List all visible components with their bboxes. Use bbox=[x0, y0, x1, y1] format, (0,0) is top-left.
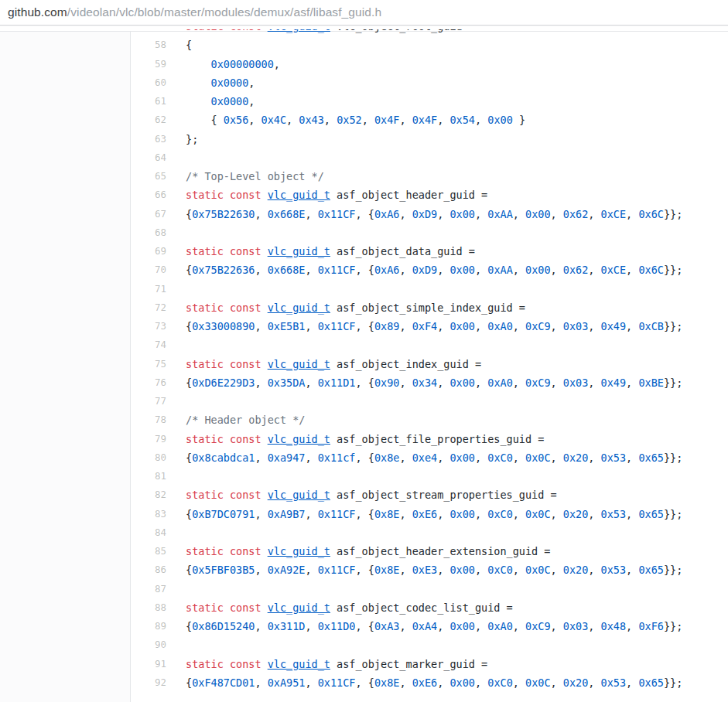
keyword-static-const: static const bbox=[186, 658, 261, 670]
line-number[interactable]: 63 bbox=[0, 130, 166, 148]
hex-literal: 0xD9 bbox=[412, 208, 438, 220]
line-number[interactable]: 91 bbox=[0, 655, 166, 673]
type-link[interactable]: vlc_guid_t bbox=[268, 658, 330, 670]
type-link[interactable]: vlc_guid_t bbox=[268, 601, 330, 614]
code-token: , bbox=[626, 564, 638, 576]
code-line-content: {0x8cabdca1, 0xa947, 0x11cf, {0x8e, 0xe4… bbox=[166, 448, 682, 467]
hex-literal: 0x03 bbox=[563, 620, 589, 632]
hex-literal: 0x49 bbox=[601, 320, 627, 332]
code-token: , { bbox=[356, 264, 374, 276]
line-number[interactable]: 59 bbox=[0, 55, 166, 73]
line-number[interactable]: 75 bbox=[0, 355, 166, 373]
code-line-content: { bbox=[166, 36, 192, 54]
line-number[interactable]: 66 bbox=[0, 186, 166, 204]
code-line-content: {0x75B22630, 0x668E, 0x11CF, {0xA6, 0xD9… bbox=[166, 205, 682, 223]
line-number[interactable]: 60 bbox=[0, 73, 166, 92]
line-number[interactable]: 89 bbox=[0, 617, 166, 636]
line-number[interactable]: 64 bbox=[0, 148, 166, 167]
code-token: , bbox=[305, 377, 317, 389]
hex-literal: 0x11D1 bbox=[318, 377, 356, 389]
type-link[interactable]: vlc_guid_t bbox=[268, 302, 330, 314]
line-number[interactable]: 83 bbox=[0, 505, 166, 523]
code-line: 68 bbox=[0, 223, 728, 242]
code-line-content: {0xB7DC0791, 0xA9B7, 0x11CF, {0x8E, 0xE6… bbox=[166, 505, 682, 523]
code-token: , bbox=[513, 264, 525, 276]
line-number[interactable]: 78 bbox=[0, 411, 166, 429]
hex-literal: 0x4C bbox=[261, 114, 287, 126]
code-line: 76{0xD6E229D3, 0x35DA, 0x11D1, {0x90, 0x… bbox=[0, 373, 728, 392]
line-number[interactable]: 72 bbox=[0, 298, 166, 317]
code-token: , bbox=[626, 208, 638, 220]
code-token: { bbox=[186, 320, 192, 332]
code-token: , bbox=[475, 620, 487, 632]
hex-literal: 0xA9B7 bbox=[268, 508, 306, 520]
line-number[interactable]: 81 bbox=[0, 467, 166, 486]
line-number[interactable]: 65 bbox=[0, 167, 166, 186]
code-token: , bbox=[475, 208, 487, 220]
code-token: , bbox=[513, 508, 525, 520]
hex-literal: 0x668E bbox=[268, 208, 306, 220]
line-number[interactable]: 90 bbox=[0, 636, 166, 654]
line-number[interactable]: 86 bbox=[0, 561, 166, 579]
url-bar[interactable]: github.com/videolan/vlc/blob/master/modu… bbox=[0, 0, 728, 26]
line-number[interactable]: 79 bbox=[0, 430, 166, 448]
code-line-content: /* Header object */ bbox=[166, 411, 305, 429]
line-number[interactable]: 58 bbox=[0, 36, 166, 54]
hex-literal: 0x11CF bbox=[318, 208, 356, 220]
line-number[interactable]: 80 bbox=[0, 448, 166, 467]
code-token: }}; bbox=[664, 452, 682, 464]
type-link[interactable]: vlc_guid_t bbox=[268, 489, 330, 501]
hex-literal: 0x56 bbox=[224, 114, 249, 126]
hex-literal: 0xAA bbox=[487, 208, 513, 220]
code-token: , bbox=[255, 377, 267, 389]
hex-literal: 0x8cabdca1 bbox=[192, 452, 255, 464]
code-line-content: static const vlc_guid_t vlc_object_root_… bbox=[166, 29, 475, 36]
line-number[interactable]: 76 bbox=[0, 373, 166, 392]
hex-literal: 0x65 bbox=[638, 508, 664, 520]
hex-literal: 0x00 bbox=[449, 264, 475, 276]
line-number[interactable]: 69 bbox=[0, 242, 166, 261]
keyword-static-const: static const bbox=[186, 358, 261, 370]
type-link[interactable]: vlc_guid_t bbox=[268, 358, 330, 370]
hex-literal: 0xe4 bbox=[412, 452, 438, 464]
code-line-content: static const vlc_guid_t asf_object_codec… bbox=[166, 598, 513, 617]
line-number[interactable]: 71 bbox=[0, 280, 166, 298]
line-number[interactable]: 85 bbox=[0, 542, 166, 561]
hex-literal: 0x8E bbox=[374, 676, 400, 689]
line-number[interactable]: 67 bbox=[0, 205, 166, 223]
type-link[interactable]: vlc_guid_t bbox=[268, 189, 330, 201]
line-number[interactable]: 88 bbox=[0, 598, 166, 617]
code-token: , bbox=[255, 208, 267, 220]
code-token: , { bbox=[356, 620, 374, 632]
line-number[interactable]: 84 bbox=[0, 523, 166, 542]
type-link[interactable]: vlc_guid_t bbox=[268, 545, 330, 557]
line-number[interactable]: 92 bbox=[0, 673, 166, 692]
code-token: , bbox=[626, 508, 638, 520]
url-path: /videolan/vlc/blob/master/modules/demux/… bbox=[67, 5, 381, 19]
hex-literal: 0xD6E229D3 bbox=[192, 377, 255, 389]
line-number[interactable]: 61 bbox=[0, 92, 166, 111]
code-token: , bbox=[437, 114, 449, 126]
hex-literal: 0xCB bbox=[638, 320, 664, 332]
keyword-static-const: static const bbox=[186, 302, 261, 314]
type-link[interactable]: vlc_guid_t bbox=[268, 433, 330, 445]
code-token: , bbox=[513, 620, 525, 632]
line-number[interactable]: 87 bbox=[0, 580, 166, 598]
code-token: , bbox=[626, 452, 638, 464]
type-link[interactable]: vlc_guid_t bbox=[268, 245, 330, 257]
line-number[interactable]: 82 bbox=[0, 486, 166, 504]
line-number[interactable]: 74 bbox=[0, 336, 166, 354]
line-number[interactable] bbox=[0, 29, 166, 36]
hex-literal: 0x00 bbox=[449, 208, 475, 220]
line-number[interactable]: 73 bbox=[0, 317, 166, 336]
type-link[interactable]: vlc_guid_t bbox=[268, 29, 330, 32]
code-token: , bbox=[305, 564, 317, 576]
code-token: { bbox=[186, 452, 192, 464]
line-number[interactable]: 77 bbox=[0, 392, 166, 411]
hex-literal: 0xC9 bbox=[525, 620, 551, 632]
line-number[interactable]: 70 bbox=[0, 261, 166, 279]
code-line-content: }; bbox=[166, 130, 198, 148]
line-number[interactable]: 68 bbox=[0, 223, 166, 242]
line-number[interactable]: 62 bbox=[0, 111, 166, 129]
code-line: 82static const vlc_guid_t asf_object_str… bbox=[0, 486, 728, 504]
